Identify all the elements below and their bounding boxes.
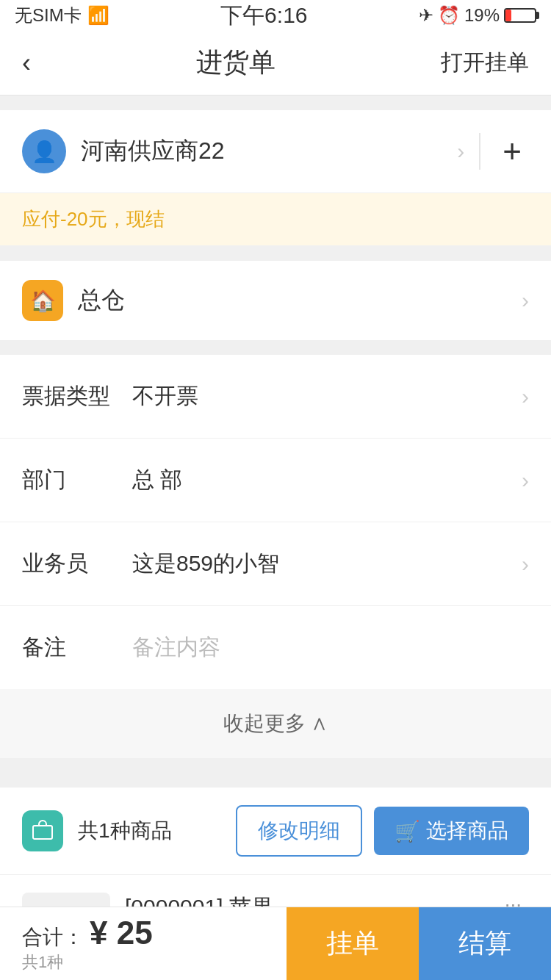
status-bar: 无SIM卡 📶 下午6:16 ✈ ⏰ 19% — [0, 0, 551, 31]
pending-button[interactable]: 挂单 — [287, 907, 419, 981]
warehouse-chevron-icon: › — [522, 288, 529, 313]
open-pending-button[interactable]: 打开挂单 — [441, 48, 529, 78]
total-section: 合计： ¥ 25 共1种 — [0, 915, 287, 973]
edit-detail-button[interactable]: 修改明细 — [236, 805, 362, 857]
supplier-section: 👤 河南供应商22 › + 应付-20元，现结 — [0, 110, 551, 246]
supplier-avatar: 👤 — [22, 129, 66, 173]
salesperson-row[interactable]: 业务员 这是859的小智 › — [0, 522, 551, 606]
warehouse-icon: 🏠 — [22, 280, 63, 321]
alarm-icon: ⏰ — [438, 5, 460, 26]
section-divider-1 — [0, 96, 551, 110]
total-label: 合计： — [22, 923, 84, 951]
collapse-label: 收起更多 ∧ — [223, 710, 328, 738]
supplier-name: 河南供应商22 — [81, 135, 457, 167]
add-supplier-button[interactable]: + — [495, 133, 529, 170]
remark-input[interactable]: 备注内容 — [132, 633, 529, 663]
carrier-label: 无SIM卡 — [15, 4, 82, 27]
products-header: 共1种商品 修改明细 🛒 选择商品 — [0, 788, 551, 874]
avatar-icon: 👤 — [32, 140, 57, 164]
invoice-type-row[interactable]: 票据类型 不开票 › — [0, 355, 551, 439]
select-product-button[interactable]: 🛒 选择商品 — [374, 807, 529, 855]
department-row[interactable]: 部门 总 部 › — [0, 439, 551, 522]
status-bar-left: 无SIM卡 📶 — [15, 4, 109, 27]
page-title: 进货单 — [196, 45, 276, 81]
select-product-label: 选择商品 — [426, 817, 508, 845]
wifi-icon: 📶 — [87, 5, 109, 26]
form-section: 票据类型 不开票 › 部门 总 部 › 业务员 这是859的小智 › 备注 备注… — [0, 355, 551, 689]
select-product-icon: 🛒 — [395, 819, 420, 843]
battery-icon — [504, 8, 536, 23]
svg-rect-0 — [33, 826, 52, 839]
invoice-type-chevron-icon: › — [522, 384, 529, 409]
warehouse-name: 总仓 — [78, 284, 522, 317]
battery-fill — [505, 10, 511, 21]
remark-label: 备注 — [22, 633, 118, 663]
supplier-divider — [479, 133, 480, 170]
status-bar-time: 下午6:16 — [220, 1, 307, 31]
battery-percent: 19% — [464, 5, 500, 26]
section-divider-3 — [0, 758, 551, 773]
department-value: 总 部 — [132, 465, 522, 495]
section-divider-2 — [0, 246, 551, 261]
collapse-button[interactable]: 收起更多 ∧ — [0, 689, 551, 758]
settle-button[interactable]: 结算 — [419, 907, 551, 981]
invoice-type-value: 不开票 — [132, 381, 522, 411]
back-button[interactable]: ‹ — [22, 48, 31, 79]
salesperson-chevron-icon: › — [522, 552, 529, 577]
warehouse-icon-symbol: 🏠 — [30, 289, 56, 313]
products-count: 共1种商品 — [78, 817, 236, 845]
bottom-bar: 合计： ¥ 25 共1种 挂单 结算 — [0, 907, 551, 980]
salesperson-value: 这是859的小智 — [132, 549, 522, 579]
total-sub-label: 共1种 — [22, 951, 264, 973]
remark-row[interactable]: 备注 备注内容 — [0, 606, 551, 689]
total-amount: ¥ 25 — [90, 915, 153, 951]
nav-bar: ‹ 进货单 打开挂单 — [0, 31, 551, 96]
supplier-row[interactable]: 👤 河南供应商22 › + — [0, 110, 551, 193]
products-icon — [22, 810, 63, 851]
department-chevron-icon: › — [522, 468, 529, 493]
salesperson-label: 业务员 — [22, 549, 118, 579]
warehouse-row[interactable]: 🏠 总仓 › — [0, 261, 551, 340]
invoice-type-label: 票据类型 — [22, 381, 118, 411]
status-bar-right: ✈ ⏰ 19% — [419, 5, 536, 26]
location-icon: ✈ — [419, 5, 433, 26]
notice-bar: 应付-20元，现结 — [0, 193, 551, 246]
notice-text: 应付-20元，现结 — [22, 208, 165, 230]
department-label: 部门 — [22, 465, 118, 495]
supplier-chevron-icon: › — [457, 139, 464, 164]
